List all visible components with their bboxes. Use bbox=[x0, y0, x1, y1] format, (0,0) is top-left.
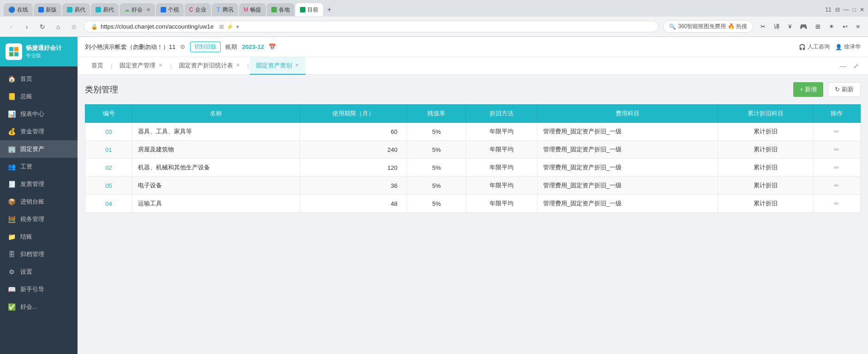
dropdown-icon[interactable]: ▾ bbox=[236, 24, 239, 30]
edit-button[interactable]: ✏ bbox=[834, 164, 839, 171]
tax-icon: 🧮 bbox=[7, 215, 16, 223]
header-settings-icon[interactable]: ⚙ bbox=[180, 43, 186, 50]
sidebar-item-tax[interactable]: 🧮 税务管理 bbox=[0, 210, 78, 228]
tab-category-close-icon[interactable]: ✕ bbox=[295, 62, 299, 68]
reports-icon: 📊 bbox=[7, 110, 16, 118]
toolbar-icons: ✂ 译 ¥ 🎮 ⊞ ☀ ↩ ≡ bbox=[758, 22, 862, 32]
archive-icon: 🗄 bbox=[7, 250, 16, 258]
minimize-page-icon[interactable]: — bbox=[838, 61, 848, 71]
tab-label: 各地 bbox=[279, 6, 290, 14]
browser-tab-yidai2[interactable]: 易代 bbox=[91, 3, 119, 16]
translate-icon[interactable]: 译 bbox=[771, 22, 783, 32]
sidebar-item-home[interactable]: 🏠 首页 bbox=[0, 70, 78, 88]
user-button[interactable]: 👤 徐泽华 bbox=[835, 43, 861, 51]
cell-period: 36 bbox=[299, 177, 407, 195]
tab-asset-category[interactable]: 固定资产类别 ✕ bbox=[250, 57, 305, 75]
cell-name: 房屋及建筑物 bbox=[132, 141, 300, 159]
undo-icon[interactable]: ↩ bbox=[840, 22, 850, 31]
cell-accumulated: 累计折旧 bbox=[718, 159, 813, 177]
sidebar-item-reports[interactable]: 📊 报表中心 bbox=[0, 105, 78, 123]
logo-icon bbox=[6, 43, 22, 60]
sidebar-item-invoice[interactable]: 🧾 发票管理 bbox=[0, 175, 78, 193]
forward-button[interactable]: › bbox=[21, 21, 32, 32]
devices-icon[interactable]: ⊞ bbox=[219, 24, 224, 30]
close-window-icon[interactable]: ✕ bbox=[860, 6, 864, 13]
cell-id: 02 bbox=[85, 159, 132, 177]
sidebar-item-settings[interactable]: ⚙ 设置 bbox=[0, 263, 78, 281]
sidebar-item-close-accounts[interactable]: 📁 结账 bbox=[0, 228, 78, 246]
browser-tab-zaixin[interactable]: 🔵 在线 bbox=[4, 3, 33, 16]
tab-home[interactable]: 首页 bbox=[85, 57, 110, 75]
calendar-icon[interactable]: 📅 bbox=[269, 43, 276, 50]
col-header-id: 编号 bbox=[85, 105, 132, 123]
cell-action: ✏ bbox=[813, 195, 860, 213]
sidebar-item-archive[interactable]: 🗄 归档管理 bbox=[0, 246, 78, 263]
browser-tab-muqian[interactable]: 目前 bbox=[295, 3, 323, 16]
edit-button[interactable]: ✏ bbox=[834, 146, 839, 153]
category-table: 编号 名称 使用期限（月） 残值率 折旧方法 费用科目 累计折旧科目 操作 03… bbox=[85, 104, 861, 213]
browser-tab-changtui[interactable]: M 畅提 bbox=[239, 3, 266, 16]
tab-category-label: 固定资产类别 bbox=[256, 61, 292, 70]
game-icon[interactable]: 🎮 bbox=[797, 22, 810, 31]
cell-name: 电子设备 bbox=[132, 177, 300, 195]
sidebar-item-archive-label: 归档管理 bbox=[20, 250, 44, 258]
tab-label: 在线 bbox=[17, 6, 28, 14]
sidebar-item-general-ledger[interactable]: 📒 总账 bbox=[0, 88, 78, 105]
search-text: 360智能抠图免费用 🔥 热搜 bbox=[678, 23, 747, 30]
sidebar-item-guide[interactable]: 📖 新手引导 bbox=[0, 281, 78, 298]
sun-icon[interactable]: ☀ bbox=[826, 22, 837, 31]
sidebar-item-fixed-assets[interactable]: 🏢 固定资产 bbox=[0, 140, 78, 158]
edit-button[interactable]: ✏ bbox=[834, 182, 839, 189]
table-row: 04 运输工具 48 5% 年限平均 管理费用_固定资产折旧_一级 累计折旧 ✏ bbox=[85, 195, 861, 213]
browser-tab-qiye[interactable]: C 企业 bbox=[185, 3, 211, 16]
browser-tab-gesui[interactable]: 个税 bbox=[156, 3, 184, 16]
maximize-page-icon[interactable]: ⤢ bbox=[851, 61, 861, 71]
cell-method: 年限平均 bbox=[466, 159, 537, 177]
col-header-method: 折旧方法 bbox=[466, 105, 537, 123]
menu-icon[interactable]: ≡ bbox=[853, 22, 862, 31]
refresh-button[interactable]: ↻ 刷新 bbox=[828, 82, 861, 97]
browser-tab-haohui[interactable]: ☁ 好会 ✕ bbox=[120, 3, 155, 16]
search-bar[interactable]: 🔍 360智能抠图免费用 🔥 热搜 bbox=[663, 20, 753, 33]
sidebar-item-payroll[interactable]: 👥 工资 bbox=[0, 158, 78, 175]
tab-fixed-asset-management[interactable]: 固定资产管理 ✕ bbox=[113, 57, 169, 75]
wallet-icon[interactable]: ¥ bbox=[785, 22, 794, 31]
tab-depreciation-table[interactable]: 固定资产折旧统计表 ✕ bbox=[173, 57, 246, 75]
tab-label: 易代 bbox=[74, 6, 85, 14]
sidebar-item-good-accounting[interactable]: ✅ 好会... bbox=[0, 298, 78, 316]
home-button[interactable]: ⌂ bbox=[53, 21, 64, 32]
tab-add-button[interactable]: + bbox=[324, 4, 335, 15]
back-button[interactable]: ‹ bbox=[6, 21, 17, 32]
maximize-icon[interactable]: □ bbox=[853, 6, 856, 13]
lightning-icon[interactable]: ⚡ bbox=[227, 24, 233, 30]
browser-tab-xinban[interactable]: 新版 bbox=[34, 3, 61, 16]
browser-tab-yidai1[interactable]: 易代 bbox=[62, 3, 90, 16]
tab-close-icon[interactable]: ✕ bbox=[146, 7, 150, 13]
cell-id: 01 bbox=[85, 141, 132, 159]
switch-version-button[interactable]: 切到旧版 bbox=[190, 42, 221, 52]
period-label: 账期 bbox=[225, 43, 237, 51]
bookmark-button[interactable]: ☆ bbox=[68, 21, 79, 32]
account-name: 刘小艳演示帐套（勿删勿动！）11 bbox=[85, 43, 175, 51]
sidebar-item-stock[interactable]: 📦 进销台账 bbox=[0, 193, 78, 210]
cell-action: ✏ bbox=[813, 177, 860, 195]
cell-expense: 管理费用_固定资产折旧_一级 bbox=[537, 159, 718, 177]
edit-button[interactable]: ✏ bbox=[834, 200, 839, 207]
table-row: 01 房屋及建筑物 240 5% 年限平均 管理费用_固定资产折旧_一级 累计折… bbox=[85, 141, 861, 159]
grid-icon[interactable]: ⊞ bbox=[813, 22, 823, 31]
browser-tab-gedi[interactable]: 各地 bbox=[267, 3, 294, 16]
tab-assets-close-icon[interactable]: ✕ bbox=[158, 62, 162, 68]
sidebar-item-funds[interactable]: 💰 资金管理 bbox=[0, 123, 78, 140]
tab-menu-icon[interactable]: ⊟ bbox=[835, 6, 840, 13]
add-category-button[interactable]: + 新增 bbox=[793, 82, 823, 97]
customer-service-button[interactable]: 🎧 人工咨询 bbox=[799, 43, 830, 51]
minimize-icon[interactable]: — bbox=[844, 6, 849, 13]
browser-tab-tengxun[interactable]: 𝕋 腾讯 bbox=[212, 3, 238, 16]
tab-label: 畅提 bbox=[250, 6, 261, 14]
reload-button[interactable]: ↻ bbox=[37, 21, 48, 32]
scissors-icon[interactable]: ✂ bbox=[758, 22, 768, 31]
tab-depreciation-close-icon[interactable]: ✕ bbox=[236, 62, 240, 68]
edit-button[interactable]: ✏ bbox=[834, 128, 839, 135]
url-bar[interactable]: 🔒 https://cloud.chanjet.com/accounting/u… bbox=[84, 21, 658, 32]
tab-label: 腾讯 bbox=[222, 6, 233, 14]
